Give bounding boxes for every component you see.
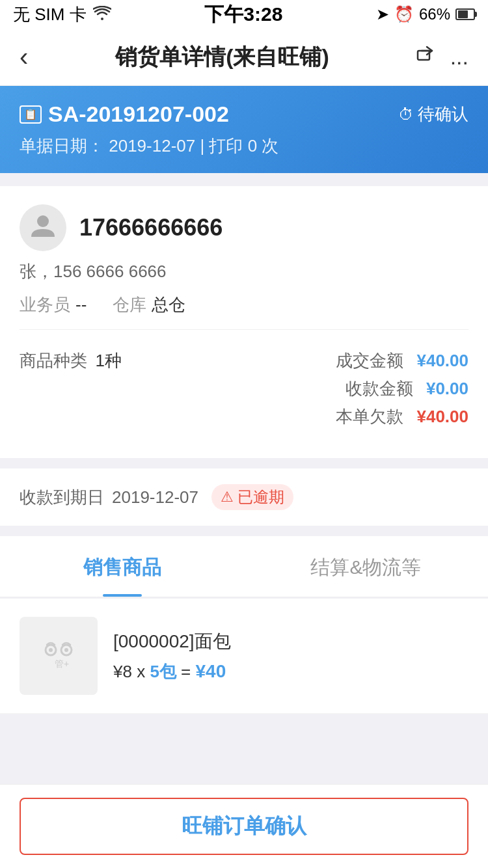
debt-label: 本单欠款	[336, 405, 403, 428]
bottom-bar: 旺铺订单确认	[0, 784, 488, 868]
confirm-order-button[interactable]: 旺铺订单确认	[20, 798, 468, 855]
category-label: 商品种类	[20, 351, 87, 370]
amounts-summary: 成交金额 ¥40.00 收款金额 ¥0.00 本单欠款 ¥40.00	[336, 349, 468, 433]
transaction-label: 成交金额	[336, 349, 403, 372]
order-type-icon: 📋	[20, 105, 42, 124]
payment-label: 收款金额	[346, 377, 413, 400]
product-price: ¥8 x 5包 = ¥40	[113, 660, 468, 683]
price-total: ¥40	[195, 661, 226, 681]
status-left: 无 SIM 卡	[13, 3, 111, 26]
due-date-card: 收款到期日 2019-12-07 ⚠ 已逾期	[0, 468, 488, 526]
price-qty: 5包	[150, 662, 176, 681]
product-info: [0000002]面包 ¥8 x 5包 = ¥40	[113, 629, 468, 683]
location-icon: ➤	[376, 5, 389, 23]
more-button[interactable]: ...	[450, 44, 468, 70]
warehouse-label: 仓库	[113, 293, 146, 316]
status-time: 下午3:28	[204, 1, 282, 28]
debt-value: ¥40.00	[416, 407, 468, 427]
debt-amount: 本单欠款 ¥40.00	[336, 405, 468, 428]
user-icon	[29, 211, 57, 245]
nav-bar: ‹ 销货单详情(来自旺铺) ...	[0, 29, 488, 86]
customer-info-card: 17666666666 张，156 6666 6666 业务员 -- 仓库 总仓…	[0, 186, 488, 458]
salesperson-meta: 业务员 --	[20, 293, 87, 316]
svg-point-5	[64, 648, 68, 652]
due-date-value: 2019-12-07	[112, 487, 198, 508]
customer-phone: 17666666666	[79, 214, 223, 241]
order-header-card: 📋 SA-20191207-002 ⏱ 待确认 单据日期： 2019-12-07…	[0, 86, 488, 173]
warehouse-meta: 仓库 总仓	[113, 293, 185, 316]
summary-row: 商品种类 1种 成交金额 ¥40.00 收款金额 ¥0.00 本单欠款 ¥40.…	[20, 343, 468, 440]
category-summary: 商品种类 1种	[20, 349, 122, 372]
divider	[20, 329, 468, 330]
battery-icon	[455, 8, 475, 20]
wifi-icon	[93, 5, 111, 25]
product-logo-icon: 管+	[39, 637, 78, 675]
overdue-badge: ⚠ 已逾期	[211, 484, 293, 510]
share-button[interactable]	[416, 44, 437, 70]
category-value: 1种	[95, 351, 121, 370]
salesperson-value: --	[75, 295, 87, 315]
alarm-icon: ⏰	[394, 5, 414, 23]
order-status: ⏱ 待确认	[398, 103, 468, 126]
price-unit: ¥8 x	[113, 662, 150, 681]
warehouse-value: 总仓	[152, 293, 185, 316]
payment-value: ¥0.00	[426, 379, 468, 399]
product-logo: 管+	[39, 637, 78, 675]
svg-point-4	[49, 648, 53, 652]
tabs-container: 销售商品 结算&物流等	[0, 536, 488, 597]
overdue-label: 已逾期	[237, 487, 284, 508]
customer-name: 张，156 6666 6666	[20, 260, 468, 283]
svg-point-1	[37, 215, 49, 227]
status-right: ➤ ⏰ 66%	[376, 5, 475, 23]
customer-row: 17666666666	[20, 204, 468, 251]
order-number: 📋 SA-20191207-002	[20, 102, 229, 127]
tab-sales-products[interactable]: 销售商品	[0, 536, 244, 597]
order-date-row: 单据日期： 2019-12-07 | 打印 0 次	[20, 135, 468, 157]
product-name: [0000002]面包	[113, 629, 468, 654]
page-title: 销货单详情(来自旺铺)	[115, 42, 329, 72]
status-bar: 无 SIM 卡 下午3:28 ➤ ⏰ 66%	[0, 0, 488, 29]
due-date-label: 收款到期日	[20, 486, 104, 509]
payment-amount: 收款金额 ¥0.00	[336, 377, 468, 400]
nav-actions: ...	[416, 44, 468, 70]
transaction-amount: 成交金额 ¥40.00	[336, 349, 468, 372]
salesperson-label: 业务员	[20, 293, 70, 316]
carrier-label: 无 SIM 卡	[13, 3, 87, 26]
customer-meta: 业务员 -- 仓库 总仓	[20, 293, 468, 316]
warning-icon: ⚠	[221, 489, 234, 506]
tab-settlement[interactable]: 结算&物流等	[244, 536, 488, 597]
product-thumbnail: 管+	[20, 617, 98, 695]
svg-text:管+: 管+	[55, 658, 69, 669]
transaction-value: ¥40.00	[416, 351, 468, 371]
product-section: 管+ [0000002]面包 ¥8 x 5包 = ¥40	[0, 599, 488, 714]
back-button[interactable]: ‹	[20, 42, 28, 72]
product-item: 管+ [0000002]面包 ¥8 x 5包 = ¥40	[0, 599, 488, 714]
avatar	[20, 204, 66, 251]
clock-icon: ⏱	[398, 105, 414, 124]
svg-rect-0	[418, 51, 429, 60]
battery-percent: 66%	[419, 5, 450, 23]
